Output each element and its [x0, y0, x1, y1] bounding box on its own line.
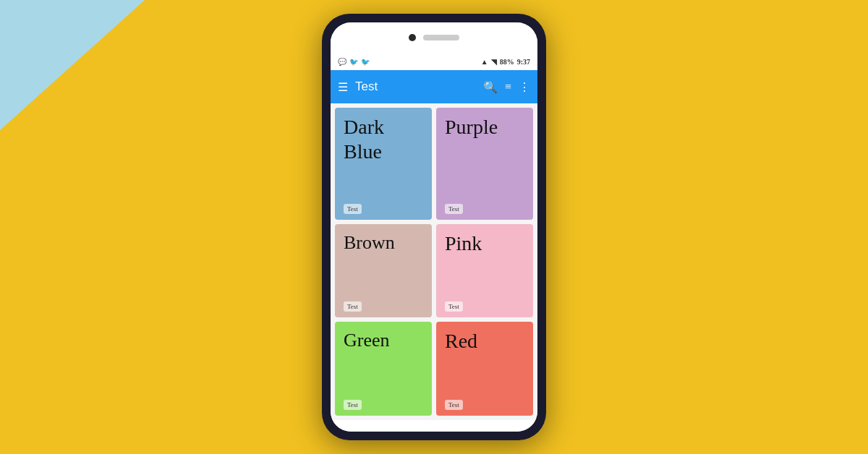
- card-purple-badge: Test: [445, 204, 463, 214]
- search-icon[interactable]: 🔍: [483, 80, 498, 94]
- card-pink-badge: Test: [445, 301, 463, 312]
- status-bar: 💬 🐦 🐦 ▲ ◥ 88% 9:37: [331, 53, 537, 70]
- cards-grid: Dark Blue Test Purple Test Brown Test Pi…: [331, 103, 537, 420]
- card-red-badge: Test: [445, 400, 463, 410]
- card-dark-blue-badge: Test: [344, 204, 362, 214]
- status-right-icons: ▲ ◥ 88% 9:37: [481, 58, 530, 66]
- background-accent: [0, 0, 145, 130]
- phone-bottom-bezel: [331, 420, 537, 432]
- card-red[interactable]: Red Test: [436, 322, 533, 416]
- card-green-title: Green: [344, 329, 423, 351]
- card-pink[interactable]: Pink Test: [436, 224, 533, 318]
- app-bar-title: Test: [355, 80, 476, 94]
- card-green-badge: Test: [344, 400, 362, 410]
- card-brown-badge: Test: [344, 301, 362, 312]
- twitter-icon-2: 🐦: [361, 58, 370, 66]
- front-camera: [409, 34, 416, 41]
- card-purple-title: Purple: [445, 115, 524, 140]
- earpiece-speaker: [423, 35, 459, 40]
- time-text: 9:37: [517, 58, 530, 66]
- card-brown[interactable]: Brown Test: [335, 224, 432, 318]
- hamburger-menu-icon[interactable]: ☰: [338, 80, 348, 94]
- card-dark-blue-title: Dark Blue: [344, 115, 423, 163]
- card-dark-blue[interactable]: Dark Blue Test: [335, 108, 432, 220]
- battery-text: 88%: [500, 58, 514, 66]
- app-bar: ☰ Test 🔍 ≡ ⋮: [331, 70, 537, 103]
- phone-screen: 💬 🐦 🐦 ▲ ◥ 88% 9:37 ☰ Test 🔍 ≡ ⋮ Dark Blu…: [331, 22, 537, 432]
- card-red-title: Red: [445, 329, 524, 354]
- wifi-icon: ▲: [481, 58, 488, 66]
- message-icon: 💬: [338, 58, 346, 66]
- phone-device: 💬 🐦 🐦 ▲ ◥ 88% 9:37 ☰ Test 🔍 ≡ ⋮ Dark Blu…: [322, 14, 546, 440]
- phone-top-bezel: [331, 22, 537, 53]
- status-left-icons: 💬 🐦 🐦: [338, 58, 370, 66]
- card-green[interactable]: Green Test: [335, 322, 432, 416]
- card-pink-title: Pink: [445, 231, 524, 256]
- list-view-icon[interactable]: ≡: [505, 80, 511, 93]
- card-brown-title: Brown: [344, 231, 423, 254]
- more-options-icon[interactable]: ⋮: [519, 80, 530, 94]
- signal-icon: ◥: [491, 58, 497, 66]
- card-purple[interactable]: Purple Test: [436, 108, 533, 220]
- twitter-icon-1: 🐦: [349, 58, 358, 66]
